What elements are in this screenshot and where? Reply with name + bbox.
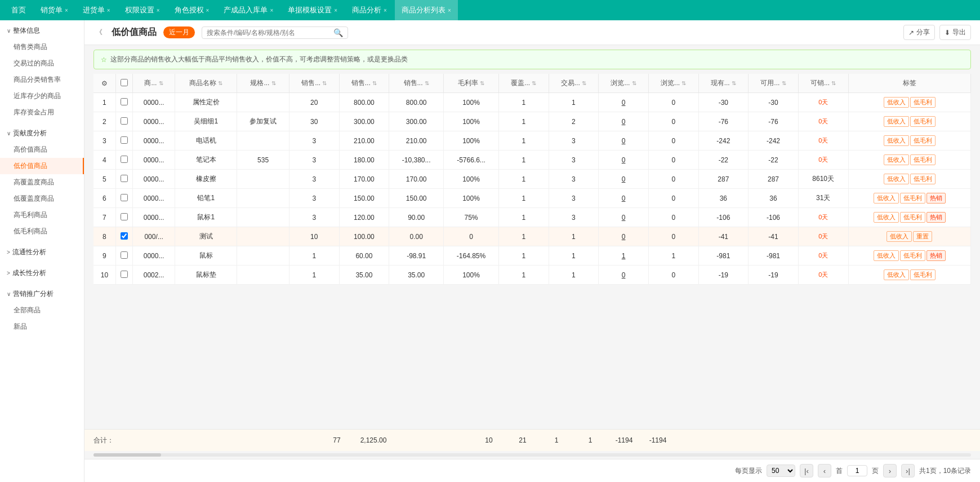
browse1-link[interactable]: 0 xyxy=(622,118,626,126)
td-checkbox[interactable] xyxy=(115,131,132,151)
th-current[interactable]: 现有... ⇅ xyxy=(698,74,749,93)
sidebar-item-low-stock[interactable]: 近库存少的商品 xyxy=(0,88,84,104)
row-checkbox[interactable] xyxy=(121,213,128,220)
sidebar-item-high-coverage[interactable]: 高覆盖度商品 xyxy=(0,174,84,191)
td-checkbox[interactable] xyxy=(115,170,132,189)
th-spec[interactable]: 规格... ⇅ xyxy=(237,74,289,93)
browse1-link[interactable]: 0 xyxy=(622,156,626,164)
close-icon[interactable]: × xyxy=(448,7,451,14)
td-sellable: 8610天 xyxy=(798,170,848,189)
browse1-link[interactable]: 0 xyxy=(622,214,626,222)
close-icon[interactable]: × xyxy=(334,7,337,14)
prev-page-button[interactable]: ‹ xyxy=(818,464,831,477)
browse1-link[interactable]: 0 xyxy=(622,99,626,107)
share-button[interactable]: ↗ 分享 xyxy=(903,25,935,40)
nav-tab-template[interactable]: 单据模板设置 × xyxy=(281,0,344,20)
th-sale-amt[interactable]: 销售... ⇅ xyxy=(339,74,389,93)
page-title: 低价值商品 xyxy=(112,26,157,38)
th-name[interactable]: 商品名称 ⇅ xyxy=(175,74,237,93)
row-checkbox[interactable] xyxy=(121,136,128,144)
browse1-link[interactable]: 0 xyxy=(622,271,626,279)
th-settings[interactable]: ⚙ xyxy=(93,74,115,93)
sidebar-section-header-marketing[interactable]: ∨ 营销推广分析 xyxy=(0,286,84,302)
sidebar-item-all-products[interactable]: 全部商品 xyxy=(0,302,84,319)
close-icon[interactable]: × xyxy=(270,7,273,14)
sidebar-section-header-contribution[interactable]: ∨ 贡献度分析 xyxy=(0,125,84,141)
th-trade[interactable]: 交易... ⇅ xyxy=(549,74,599,93)
td-current: -30 xyxy=(698,93,749,112)
th-sale-amt2[interactable]: 销售... ⇅ xyxy=(389,74,444,93)
nav-home[interactable]: 首页 xyxy=(5,0,33,20)
nav-tab-analysis[interactable]: 商品分析 × xyxy=(345,0,394,20)
nav-tab-permissions[interactable]: 权限设置 × xyxy=(118,0,167,20)
sidebar-item-sales-products[interactable]: 销售类商品 xyxy=(0,39,84,55)
sidebar-item-high-profit[interactable]: 高毛利商品 xyxy=(0,207,84,223)
td-checkbox[interactable] xyxy=(115,112,132,131)
th-qty[interactable]: 销售... ⇅ xyxy=(289,74,339,93)
td-checkbox[interactable] xyxy=(115,151,132,170)
search-input[interactable] xyxy=(207,29,331,37)
export-button[interactable]: ⬇ 导出 xyxy=(939,25,971,40)
row-checkbox[interactable] xyxy=(121,98,128,105)
select-all-checkbox[interactable] xyxy=(121,79,128,86)
browse1-link[interactable]: 0 xyxy=(622,233,626,241)
nav-tab-inventory[interactable]: 产成品入库单 × xyxy=(217,0,280,20)
row-checkbox[interactable] xyxy=(121,251,128,259)
sidebar-item-low-profit[interactable]: 低毛利商品 xyxy=(0,223,84,240)
close-icon[interactable]: × xyxy=(65,7,68,14)
td-checkbox[interactable] xyxy=(115,189,132,208)
td-checkbox[interactable] xyxy=(115,208,132,227)
filter-button[interactable]: 近一月 xyxy=(163,26,195,38)
sidebar-item-traded-products[interactable]: 交易过的商品 xyxy=(0,55,84,72)
th-code[interactable]: 商... ⇅ xyxy=(132,74,175,93)
scrollbar-thumb[interactable] xyxy=(93,453,161,457)
row-checkbox[interactable] xyxy=(121,175,128,182)
th-tags[interactable]: 标签 xyxy=(848,74,970,93)
close-icon[interactable]: × xyxy=(206,7,210,14)
td-checkbox[interactable] xyxy=(115,246,132,266)
collapse-button[interactable]: 《 xyxy=(93,27,105,38)
sidebar-item-low-value[interactable]: 低价值商品 xyxy=(0,158,84,174)
browse1-link[interactable]: 0 xyxy=(622,137,626,145)
th-browse1[interactable]: 浏览... ⇅ xyxy=(599,74,649,93)
sidebar-item-low-coverage[interactable]: 低覆盖度商品 xyxy=(0,191,84,207)
nav-tab-roles[interactable]: 角色授权 × xyxy=(168,0,216,20)
td-checkbox[interactable] xyxy=(115,227,132,246)
close-icon[interactable]: × xyxy=(157,7,160,14)
page-number-input[interactable] xyxy=(847,465,867,476)
td-trade: 3 xyxy=(549,189,599,208)
per-page-select[interactable]: 50 100 200 xyxy=(767,465,795,477)
next-page-button[interactable]: › xyxy=(883,464,897,477)
browse1-link[interactable]: 0 xyxy=(622,175,626,183)
sidebar-item-new-products[interactable]: 新品 xyxy=(0,319,84,335)
th-checkbox[interactable] xyxy=(115,74,132,93)
sidebar-item-category-sales-rate[interactable]: 商品分类销售率 xyxy=(0,72,84,88)
th-coverage[interactable]: 覆盖... ⇅ xyxy=(498,74,549,93)
td-checkbox[interactable] xyxy=(115,93,132,112)
close-icon[interactable]: × xyxy=(107,7,110,14)
sidebar-item-stock-fund[interactable]: 库存资金占用 xyxy=(0,104,84,121)
last-page-button[interactable]: ›| xyxy=(901,464,915,477)
browse1-link[interactable]: 0 xyxy=(622,194,626,202)
sidebar-section-header-liquidity[interactable]: > 流通性分析 xyxy=(0,244,84,260)
th-browse2[interactable]: 浏览... ⇅ xyxy=(648,74,698,93)
row-checkbox[interactable] xyxy=(121,232,128,240)
row-checkbox[interactable] xyxy=(121,194,128,201)
sidebar-section-header-growth[interactable]: > 成长性分析 xyxy=(0,265,84,281)
row-checkbox[interactable] xyxy=(121,156,128,163)
sidebar-item-high-value[interactable]: 高价值商品 xyxy=(0,141,84,158)
th-sellable[interactable]: 可销... ⇅ xyxy=(798,74,848,93)
browse1-link[interactable]: 1 xyxy=(622,252,626,260)
nav-tab-sales[interactable]: 销货单 × xyxy=(34,0,75,20)
row-checkbox[interactable] xyxy=(121,271,128,278)
search-icon[interactable]: 🔍 xyxy=(333,28,343,37)
first-page-button[interactable]: |‹ xyxy=(800,464,813,477)
row-checkbox[interactable] xyxy=(121,117,128,125)
td-checkbox[interactable] xyxy=(115,266,132,285)
sidebar-section-header-overall[interactable]: ∨ 整体信息 xyxy=(0,23,84,39)
nav-tab-purchase[interactable]: 进货单 × xyxy=(76,0,117,20)
th-available[interactable]: 可用... ⇅ xyxy=(749,74,799,93)
close-icon[interactable]: × xyxy=(384,7,387,14)
nav-tab-analysis-list[interactable]: 商品分析列表 × xyxy=(395,0,458,20)
th-gross-rate[interactable]: 毛利率 ⇅ xyxy=(444,74,499,93)
